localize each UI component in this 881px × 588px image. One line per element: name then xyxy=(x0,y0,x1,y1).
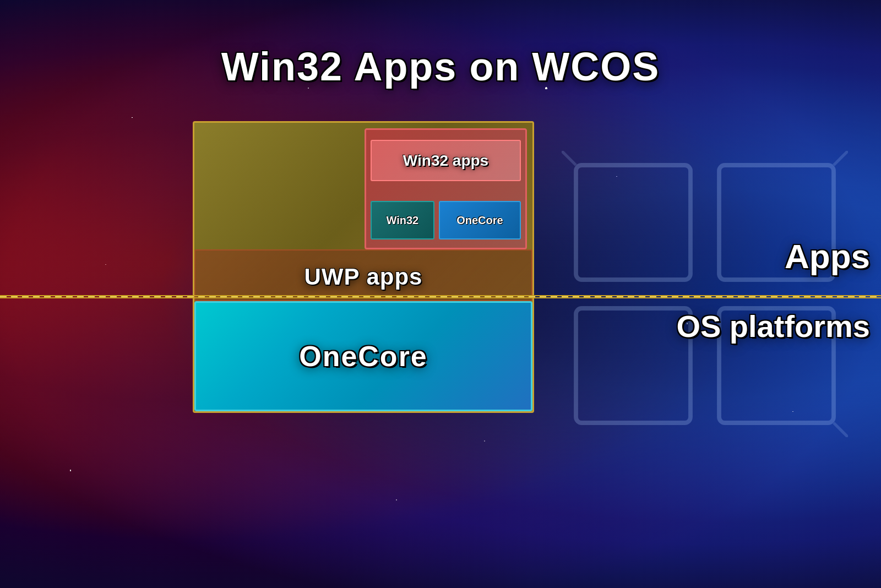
onecore-box: OneCore xyxy=(194,301,532,411)
win32-box: Win32 apps Win32 OneCore xyxy=(365,128,527,249)
uwp-label: UWP apps xyxy=(304,264,423,290)
dashed-divider xyxy=(0,295,881,298)
svg-rect-0 xyxy=(576,165,690,280)
win32-sub-box: Win32 xyxy=(371,201,434,239)
diagram-container: UWP apps Win32 apps Win32 OneCore OneCor… xyxy=(193,121,534,413)
win32-apps-text: Win32 apps xyxy=(403,152,488,170)
sub-boxes: Win32 OneCore xyxy=(371,201,521,239)
svg-rect-2 xyxy=(576,308,690,423)
onecore-text: OneCore xyxy=(299,340,428,373)
win32-sub-text: Win32 xyxy=(387,214,419,227)
win32-apps-label-box: Win32 apps xyxy=(371,140,521,181)
onecore-sub-text: OneCore xyxy=(456,214,503,227)
page-title: Win32 Apps on WCOS xyxy=(221,44,660,89)
outer-box: UWP apps Win32 apps Win32 OneCore OneCor… xyxy=(193,121,534,413)
onecore-sub-box: OneCore xyxy=(439,201,521,239)
svg-line-8 xyxy=(834,423,848,437)
onecore-label: OneCore xyxy=(196,303,531,410)
apps-label: Apps xyxy=(785,237,870,276)
os-platforms-label: OS platforms xyxy=(676,308,870,344)
windows-logo xyxy=(562,151,848,437)
svg-line-5 xyxy=(834,151,848,165)
svg-line-4 xyxy=(562,151,576,165)
